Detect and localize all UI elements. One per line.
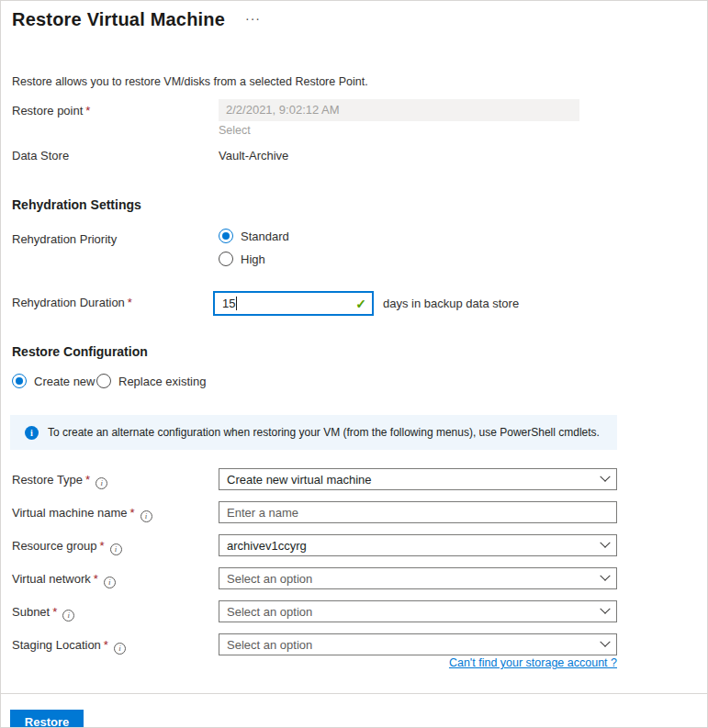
rehydration-duration-label: Rehydration Duration* <box>12 296 132 309</box>
chevron-down-icon <box>600 472 610 482</box>
virtual-network-label: Virtual network*i <box>12 572 116 588</box>
radio-replace-existing[interactable]: Replace existing <box>96 374 206 388</box>
radio-icon <box>12 374 27 388</box>
info-tooltip-icon[interactable]: i <box>110 543 122 555</box>
radio-icon <box>219 252 233 266</box>
data-store-value: Vault-Archive <box>219 149 288 162</box>
rehydration-priority-label: Rehydration Priority <box>12 232 117 246</box>
subnet-dropdown[interactable]: Select an option <box>219 600 617 622</box>
restore-point-select-link[interactable]: Select <box>219 124 251 137</box>
resource-group-label: Resource group*i <box>12 539 122 555</box>
info-tooltip-icon[interactable]: i <box>104 577 116 588</box>
subnet-label: Subnet*i <box>12 605 74 622</box>
storage-account-link-row: Can't find your storage account ? <box>1 656 617 669</box>
restore-button[interactable]: Restore <box>10 710 84 728</box>
radio-priority-standard[interactable]: Standard <box>219 229 289 243</box>
staging-location-label: Staging Location*i <box>12 638 126 655</box>
required-marker: * <box>85 473 90 487</box>
restore-point-label: Restore point* <box>12 104 90 118</box>
virtual-network-dropdown[interactable]: Select an option <box>219 567 617 589</box>
info-tooltip-icon[interactable]: i <box>62 610 74 622</box>
radio-icon <box>96 374 111 388</box>
info-icon: i <box>25 426 39 440</box>
info-tooltip-icon[interactable]: i <box>114 643 126 655</box>
restore-type-dropdown[interactable]: Create new virtual machine <box>219 468 617 490</box>
dropdown-value: archivev1ccyrg <box>227 539 307 553</box>
required-marker: * <box>52 605 57 619</box>
dropdown-placeholder: Select an option <box>227 605 312 619</box>
intro-text: Restore allows you to restore VM/disks f… <box>12 75 368 88</box>
staging-location-dropdown[interactable]: Select an option <box>219 633 617 655</box>
restore-point-value-field: 2/2/2021, 9:02:12 AM <box>219 99 579 121</box>
virtual-machine-name-input[interactable] <box>219 501 617 523</box>
radio-label: Create new <box>34 375 95 388</box>
chevron-down-icon <box>600 571 610 581</box>
restore-configuration-title: Restore Configuration <box>12 344 148 359</box>
rehydration-duration-input[interactable]: 15 ✓ <box>213 291 374 316</box>
restore-type-label: Restore Type*i <box>12 473 107 489</box>
dropdown-value: Create new virtual machine <box>227 473 372 487</box>
required-marker: * <box>128 296 132 309</box>
rehydration-settings-title: Rehydration Settings <box>12 197 141 212</box>
radio-label: High <box>241 252 265 266</box>
radio-create-new[interactable]: Create new <box>12 374 95 388</box>
duration-suffix-text: days in backup data store <box>383 297 519 310</box>
required-marker: * <box>104 638 108 652</box>
virtual-machine-name-label: Virtual machine name*i <box>12 506 152 522</box>
radio-label: Standard <box>241 230 289 243</box>
dropdown-placeholder: Select an option <box>227 572 312 586</box>
required-marker: * <box>130 506 135 520</box>
info-banner: i To create an alternate configuration w… <box>10 415 617 450</box>
dropdown-placeholder: Select an option <box>227 638 312 652</box>
radio-priority-high[interactable]: High <box>219 252 265 266</box>
info-tooltip-icon[interactable]: i <box>140 510 152 522</box>
more-menu-icon[interactable]: ··· <box>245 11 261 26</box>
chevron-down-icon <box>600 604 610 614</box>
info-banner-text: To create an alternate configuration whe… <box>48 426 600 439</box>
text-cursor <box>236 297 237 310</box>
restore-virtual-machine-panel: Restore Virtual Machine ··· Restore allo… <box>0 0 708 728</box>
chevron-down-icon <box>600 637 610 647</box>
required-marker: * <box>100 539 105 553</box>
radio-icon <box>219 229 233 243</box>
footer-divider <box>1 693 708 694</box>
info-tooltip-icon[interactable]: i <box>96 477 107 489</box>
required-marker: * <box>94 572 98 586</box>
radio-label: Replace existing <box>118 375 206 388</box>
chevron-down-icon <box>600 538 610 548</box>
resource-group-dropdown[interactable]: archivev1ccyrg <box>219 534 617 556</box>
data-store-label: Data Store <box>12 149 69 162</box>
valid-check-icon: ✓ <box>355 297 366 311</box>
required-marker: * <box>85 104 90 118</box>
storage-account-link[interactable]: Can't find your storage account ? <box>449 656 617 669</box>
duration-value: 15 <box>222 297 235 310</box>
page-title: Restore Virtual Machine <box>12 9 225 30</box>
